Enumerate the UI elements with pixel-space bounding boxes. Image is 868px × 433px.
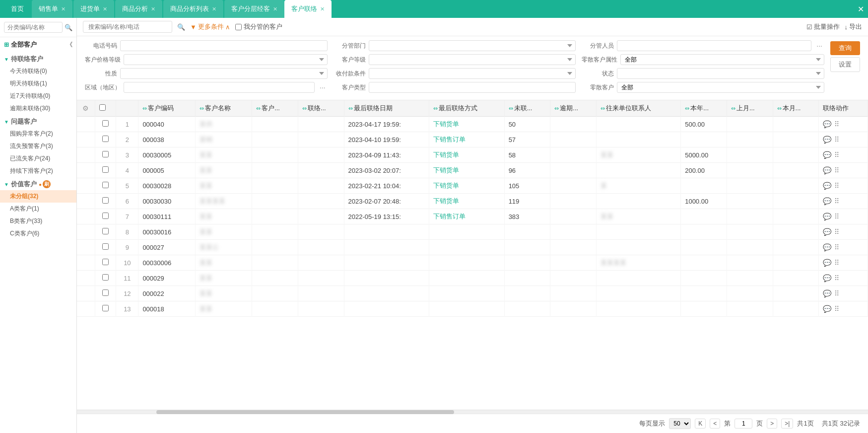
this-year-col[interactable]: ⇔本年... [681, 100, 727, 117]
chat-icon[interactable]: 💬 [823, 259, 831, 267]
more-icon[interactable]: ⠿ [834, 136, 839, 144]
row-checkbox[interactable] [95, 163, 116, 178]
row-last-method[interactable] [429, 240, 505, 255]
row-checkbox[interactable] [95, 301, 116, 317]
sidebar-item-declining[interactable]: 持续下滑客户(2) [0, 165, 76, 177]
my-customers-filter[interactable]: 我分管的客户 [235, 22, 282, 31]
row-last-method[interactable]: 下销货单 [429, 163, 505, 178]
sidebar-item-class-c[interactable]: C类客户(6) [0, 227, 76, 240]
nav-close-button[interactable]: ✕ [858, 4, 864, 14]
sidebar-item-churn-warning[interactable]: 流失预警客户(3) [0, 140, 76, 152]
row-last-method[interactable]: 下销货单 [429, 178, 505, 194]
row-checkbox[interactable] [95, 147, 116, 163]
more-icon[interactable]: ⠿ [834, 243, 839, 251]
more-icon[interactable]: ⠿ [834, 259, 839, 267]
close-icon[interactable]: ✕ [320, 6, 325, 12]
row-last-method[interactable]: 下销货单 [429, 117, 505, 132]
row-last-method[interactable] [429, 224, 505, 240]
first-page-btn[interactable]: K [695, 419, 706, 429]
page-number-input[interactable] [734, 419, 752, 429]
region-input[interactable] [124, 82, 315, 93]
tab-home[interactable]: 首页 [4, 0, 31, 18]
overdue-col[interactable]: ⇔逾期... [550, 100, 597, 117]
nature-select[interactable] [120, 68, 328, 79]
export-btn[interactable]: ↓ 导出 [845, 22, 863, 31]
sidebar-item-ungrouped[interactable]: 未分组(32) [0, 190, 76, 203]
tab-product-analysis[interactable]: 商品分析 ✕ [115, 0, 162, 18]
reset-button[interactable]: 设置 [830, 57, 860, 72]
row-checkbox[interactable] [95, 224, 116, 240]
close-icon[interactable]: ✕ [151, 6, 155, 12]
sidebar-item-hoarding[interactable]: 囤购异常客户(2) [0, 128, 76, 140]
customer-type-input[interactable] [369, 82, 576, 93]
row-last-method[interactable] [429, 286, 505, 301]
filter-search-input[interactable] [83, 21, 172, 33]
chat-icon[interactable]: 💬 [823, 305, 831, 313]
region-dots[interactable]: ··· [318, 83, 328, 91]
horizontal-scrollbar[interactable] [77, 410, 868, 414]
row-checkbox[interactable] [95, 240, 116, 255]
customer-level-select[interactable] [369, 54, 576, 65]
more-icon[interactable]: ⠿ [834, 166, 839, 174]
batch-op-btn[interactable]: ☑ 批量操作 [806, 22, 840, 31]
more-icon[interactable]: ⠿ [834, 213, 839, 220]
person-input[interactable] [617, 40, 811, 51]
contact-col[interactable]: ⇔联络... [298, 100, 344, 117]
close-icon[interactable]: ✕ [103, 6, 107, 12]
close-icon[interactable]: ✕ [212, 6, 216, 12]
settings-col[interactable]: ⚙ [77, 100, 95, 117]
close-icon[interactable]: ✕ [273, 6, 277, 12]
row-checkbox[interactable] [95, 286, 116, 301]
my-customers-checkbox[interactable] [235, 24, 242, 30]
sidebar-item-tomorrow[interactable]: 明天待联络(1) [0, 77, 76, 90]
row-checkbox[interactable] [95, 271, 116, 286]
sidebar-search-input[interactable] [4, 22, 63, 33]
sidebar-item-7days[interactable]: 近7天待联络(0) [0, 90, 76, 102]
more-icon[interactable]: ⠿ [834, 289, 839, 297]
status-select[interactable] [617, 68, 824, 79]
row-last-method[interactable] [429, 301, 505, 317]
chat-icon[interactable]: 💬 [823, 289, 831, 297]
more-icon[interactable]: ⠿ [834, 305, 839, 313]
row-checkbox[interactable] [95, 132, 116, 147]
last-page-btn[interactable]: >| [781, 419, 793, 429]
more-icon[interactable]: ⠿ [834, 274, 839, 282]
sidebar-search-icon[interactable]: 🔍 [65, 24, 72, 31]
more-conditions-btn[interactable]: ▼ 更多条件 ∧ [190, 22, 230, 31]
settings-icon[interactable]: ⚙ [82, 104, 89, 112]
sidebar-item-overdue[interactable]: 逾期未联络(30) [0, 102, 76, 115]
code-col[interactable]: ⇔客户编码 [138, 100, 195, 117]
chat-icon[interactable]: 💬 [823, 151, 831, 159]
dept-select[interactable] [369, 40, 576, 51]
select-all-checkbox[interactable] [99, 104, 106, 111]
row-last-method[interactable]: 下销货单 [429, 194, 505, 209]
tab-sales[interactable]: 销售单 ✕ [32, 0, 72, 18]
tab-product-list[interactable]: 商品分析列表 ✕ [163, 0, 223, 18]
row-last-method[interactable]: 下销货单 [429, 147, 505, 163]
tab-purchase[interactable]: 进货单 ✕ [73, 0, 114, 18]
tab-customer-segment[interactable]: 客户分层经客 ✕ [224, 0, 284, 18]
collapse-icon[interactable]: 《 [67, 41, 72, 49]
query-button[interactable]: 查询 [830, 41, 860, 55]
chat-icon[interactable]: 💬 [823, 136, 831, 144]
row-checkbox[interactable] [95, 194, 116, 209]
row-last-method[interactable] [429, 255, 505, 271]
person-dots[interactable]: ··· [814, 42, 824, 50]
close-icon[interactable]: ✕ [61, 6, 66, 12]
sidebar-item-churned[interactable]: 已流失客户(24) [0, 152, 76, 165]
unit-contact-col[interactable]: ⇔往来单位联系人 [597, 100, 681, 117]
retail-attr-select[interactable]: 全部 [620, 54, 824, 65]
more-icon[interactable]: ⠿ [834, 197, 839, 205]
chat-icon[interactable]: 💬 [823, 274, 831, 282]
checkbox-col[interactable] [95, 100, 116, 117]
sidebar-item-class-a[interactable]: A类客户(1) [0, 203, 76, 215]
last-method-col[interactable]: ⇔最后联络方式 [429, 100, 505, 117]
chat-icon[interactable]: 💬 [823, 182, 831, 190]
chat-icon[interactable]: 💬 [823, 197, 831, 205]
chat-icon[interactable]: 💬 [823, 213, 831, 220]
phone-input[interactable] [120, 40, 328, 51]
pay-terms-select[interactable] [369, 68, 576, 79]
price-level-select[interactable] [124, 54, 328, 65]
filter-search-icon[interactable]: 🔍 [177, 23, 185, 31]
next-page-btn[interactable]: > [767, 419, 777, 429]
